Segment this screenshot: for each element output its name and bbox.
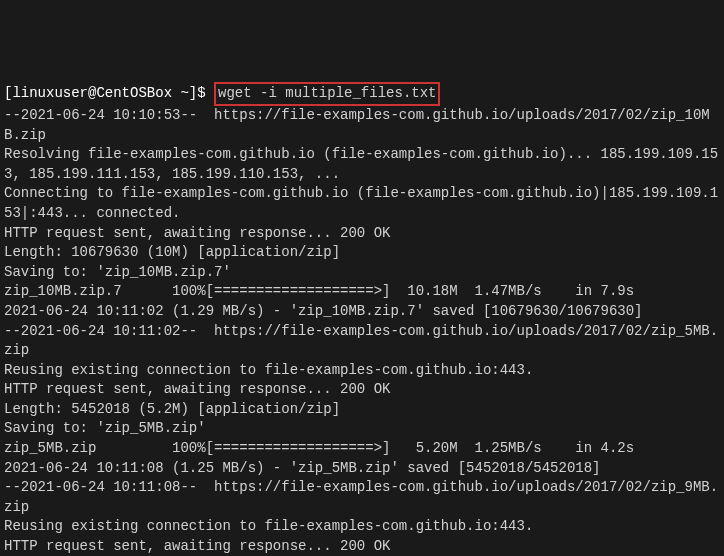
output-line: HTTP request sent, awaiting response... … [4,224,720,244]
terminal-output[interactable]: [linuxuser@CentOSBox ~]$ wget -i multipl… [4,82,720,556]
output-line: zip_5MB.zip 100%[===================>] 5… [4,439,720,459]
prompt-symbol: $ [197,85,205,101]
output-line: Reusing existing connection to file-exam… [4,361,720,381]
output-line: Connecting to file-examples-com.github.i… [4,184,720,223]
output-line: Reusing existing connection to file-exam… [4,517,720,537]
output-line: Saving to: 'zip_10MB.zip.7' [4,263,720,283]
output-line: --2021-06-24 10:10:53-- https://file-exa… [4,106,720,145]
output-line: 2021-06-24 10:11:08 (1.25 MB/s) - 'zip_5… [4,459,720,479]
command-input-highlight: wget -i multiple_files.txt [214,82,440,106]
output-line: HTTP request sent, awaiting response... … [4,537,720,556]
output-line: Length: 5452018 (5.2M) [application/zip] [4,400,720,420]
output-line: 2021-06-24 10:11:02 (1.29 MB/s) - 'zip_1… [4,302,720,322]
output-line: Resolving file-examples-com.github.io (f… [4,145,720,184]
output-line: HTTP request sent, awaiting response... … [4,380,720,400]
output-line: --2021-06-24 10:11:02-- https://file-exa… [4,322,720,361]
output-line: zip_10MB.zip.7 100%[===================>… [4,282,720,302]
output-line: Saving to: 'zip_5MB.zip' [4,419,720,439]
output-line: --2021-06-24 10:11:08-- https://file-exa… [4,478,720,517]
output-line: Length: 10679630 (10M) [application/zip] [4,243,720,263]
prompt-user-host: [linuxuser@CentOSBox ~] [4,85,197,101]
